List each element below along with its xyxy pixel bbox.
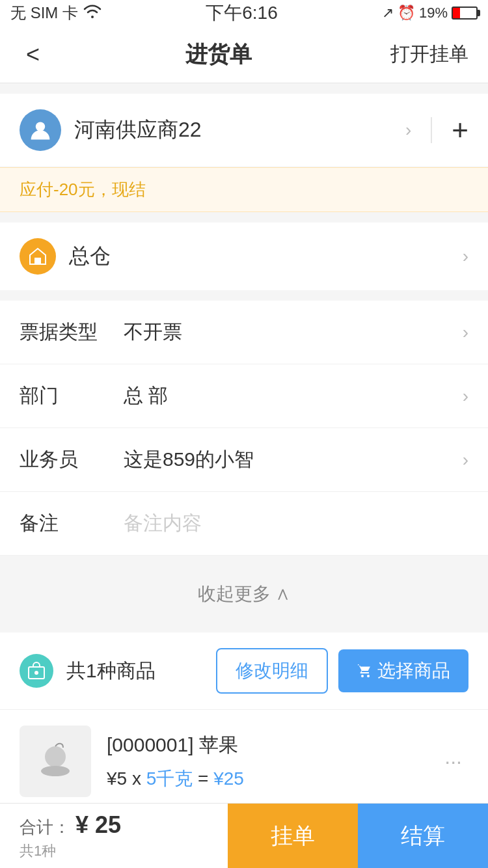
footer: 合计： ¥ 25 共1种 挂单 结算 <box>0 803 488 868</box>
status-time: 下午6:16 <box>206 1 278 25</box>
svg-point-6 <box>45 746 66 767</box>
product-thumbnail <box>20 726 91 797</box>
select-product-button[interactable]: 选择商品 <box>338 649 468 692</box>
hang-order-button[interactable]: 挂单 <box>228 804 358 868</box>
supplier-chevron-icon: › <box>405 120 411 141</box>
department-row[interactable]: 部门 总 部 › <box>0 364 488 428</box>
add-supplier-button[interactable]: + <box>452 114 468 146</box>
svg-point-4 <box>361 675 364 677</box>
products-header: 共1种商品 修改明细 选择商品 <box>0 632 488 710</box>
department-value: 总 部 <box>124 383 463 409</box>
warehouse-icon <box>20 238 56 275</box>
product-info: [0000001] 苹果 ¥5 x 5千克 = ¥25 <box>107 732 438 791</box>
status-right: ↗ ⏰ 19% <box>382 5 478 21</box>
battery-icon <box>452 7 478 20</box>
unit-price: ¥5 <box>107 768 127 789</box>
svg-point-3 <box>34 671 38 675</box>
checkout-button[interactable]: 结算 <box>358 804 488 868</box>
supplier-section: 河南供应商22 › + 应付-20元，现结 <box>0 94 488 212</box>
product-code: [0000001] <box>107 734 193 755</box>
supplier-avatar <box>20 109 61 151</box>
supplier-divider <box>431 117 432 143</box>
invoice-type-chevron-icon: › <box>463 322 468 343</box>
select-product-label: 选择商品 <box>377 658 450 683</box>
product-item: [0000001] 苹果 ¥5 x 5千克 = ¥25 ··· <box>0 710 488 813</box>
remark-placeholder: 备注内容 <box>124 510 468 537</box>
total-label: 合计： <box>20 816 70 839</box>
footer-total: 合计： ¥ 25 共1种 <box>0 804 228 868</box>
status-bar: 无 SIM 卡 下午6:16 ↗ ⏰ 19% <box>0 0 488 26</box>
svg-point-5 <box>367 675 370 677</box>
location-icon: ↗ <box>382 5 394 21</box>
department-chevron-icon: › <box>463 386 468 407</box>
line-total: ¥25 <box>213 768 244 789</box>
products-section: 共1种商品 修改明细 选择商品 [0000001] 苹果 <box>0 632 488 813</box>
products-count: 共1种商品 <box>66 658 216 685</box>
status-left: 无 SIM 卡 <box>10 3 102 23</box>
nav-bar: < 进货单 打开挂单 <box>0 26 488 83</box>
open-pending-button[interactable]: 打开挂单 <box>390 41 468 68</box>
salesperson-chevron-icon: › <box>463 450 468 470</box>
quantity: 5千克 <box>146 768 193 789</box>
remark-label: 备注 <box>20 510 124 537</box>
product-more-button[interactable]: ··· <box>438 743 468 780</box>
total-amount: ¥ 25 <box>75 811 121 839</box>
svg-rect-1 <box>34 258 41 264</box>
remark-row[interactable]: 备注 备注内容 <box>0 492 488 556</box>
modify-detail-button[interactable]: 修改明细 <box>216 648 328 694</box>
price-separator: x <box>132 768 146 789</box>
equals-sign: = <box>198 768 213 789</box>
department-label: 部门 <box>20 383 124 409</box>
invoice-type-row[interactable]: 票据类型 不开票 › <box>0 301 488 364</box>
invoice-type-value: 不开票 <box>124 319 463 346</box>
cart-icon <box>357 663 372 679</box>
warehouse-row[interactable]: 总仓 › <box>0 223 488 290</box>
salesperson-label: 业务员 <box>20 446 124 473</box>
salesperson-value: 这是859的小智 <box>124 446 463 473</box>
warehouse-chevron-icon: › <box>463 246 468 267</box>
collapse-toggle[interactable]: 收起更多 ∧ <box>0 566 488 622</box>
product-price: ¥5 x 5千克 = ¥25 <box>107 766 438 791</box>
warehouse-section: 总仓 › <box>0 223 488 290</box>
salesperson-row[interactable]: 业务员 这是859的小智 › <box>0 428 488 492</box>
form-section: 票据类型 不开票 › 部门 总 部 › 业务员 这是859的小智 › 备注 备注… <box>0 301 488 556</box>
supplier-row[interactable]: 河南供应商22 › + <box>0 94 488 167</box>
alarm-icon: ⏰ <box>398 5 415 21</box>
svg-point-0 <box>36 122 45 131</box>
product-name: [0000001] 苹果 <box>107 732 438 759</box>
back-button[interactable]: < <box>20 34 46 75</box>
page-title: 进货单 <box>185 40 252 70</box>
supplier-name: 河南供应商22 <box>74 116 405 144</box>
invoice-type-label: 票据类型 <box>20 319 124 346</box>
carrier-text: 无 SIM 卡 <box>10 3 78 23</box>
products-icon <box>20 654 53 688</box>
warehouse-name: 总仓 <box>69 242 463 271</box>
total-sub: 共1种 <box>20 841 208 861</box>
battery-percent: 19% <box>419 5 448 21</box>
product-name-text: 苹果 <box>199 734 238 755</box>
wifi-icon <box>83 4 102 22</box>
svg-point-7 <box>41 766 70 776</box>
supplier-alert-banner: 应付-20元，现结 <box>0 167 488 212</box>
